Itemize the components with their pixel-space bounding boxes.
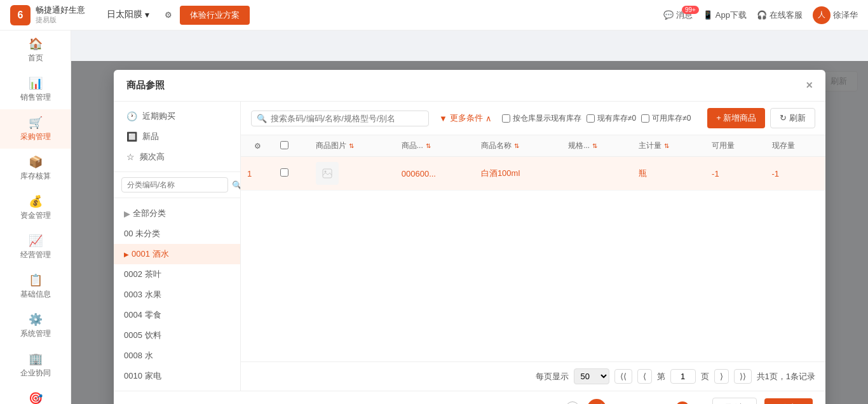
page-label: 页 xyxy=(701,371,709,382)
nav-selector[interactable]: 日太阳膜 ▾ xyxy=(99,0,157,30)
cat-item-0002[interactable]: 0002 茶叶 xyxy=(114,264,240,285)
th-check xyxy=(274,135,309,157)
cat-item-0005[interactable]: 0005 饮料 xyxy=(114,325,240,346)
current-nonzero-checkbox-label[interactable]: 现有库存≠0 xyxy=(587,113,636,124)
cat-item-0001-label: 0001 酒水 xyxy=(132,248,169,260)
confirm-button[interactable]: 确定 xyxy=(764,398,813,404)
pagination-summary: 共1页，1条记录 xyxy=(757,371,815,382)
cart-button[interactable]: 🛒 xyxy=(587,399,606,404)
nav-selector-label: 日太阳膜 xyxy=(107,9,142,20)
add-product-button[interactable]: + 新增商品 xyxy=(707,108,765,128)
modal-overlay: 商品参照 × 🕐 近期购买 🔲 新品 xyxy=(71,61,868,404)
th-spec-sort: 规格... ⇅ xyxy=(568,140,626,151)
sidebar-item-inventory[interactable]: 📦 库存核算 xyxy=(0,149,71,188)
filter-icon: ▼ xyxy=(439,114,447,123)
warehouse-checkbox-text: 按仓库显示现有库存 xyxy=(513,113,581,124)
cat-item-0003[interactable]: 0003 水果 xyxy=(114,285,240,305)
gear-icon: ⚙ xyxy=(254,142,261,151)
page-size-select[interactable]: 20 50 100 xyxy=(574,368,609,384)
th-spec[interactable]: 规格... ⇅ xyxy=(562,135,632,157)
search-icon: 🔍 xyxy=(232,180,241,190)
cat-item-0001[interactable]: ▶ 0001 酒水 xyxy=(114,244,240,264)
th-image-label: 商品图片 xyxy=(316,140,346,151)
sidebar-item-home[interactable]: 🏠 首页 xyxy=(0,30,71,70)
row-code: 000600... xyxy=(395,157,475,191)
user-profile[interactable]: 人 徐泽华 xyxy=(813,6,858,24)
next-page-button[interactable]: ⟩ xyxy=(714,369,729,384)
th-unit[interactable]: 主计量 ⇅ xyxy=(632,135,705,157)
online-service-item[interactable]: 🎧 在线客服 xyxy=(757,10,803,21)
sales-icon: 📊 xyxy=(29,76,43,90)
th-settings[interactable]: ⚙ xyxy=(241,135,274,157)
cat-arrow-0001: ▶ xyxy=(124,251,129,258)
selected-count-badge: 0 xyxy=(675,401,689,404)
category-search-input[interactable] xyxy=(121,177,228,192)
sidebar-item-finance[interactable]: 💰 资金管理 xyxy=(0,188,71,227)
footer-right: ? 🛒 连续选择的商品 0 ∧ 取消 确定 xyxy=(566,398,813,404)
cancel-button[interactable]: 取消 xyxy=(712,398,757,404)
filter-caret-icon: ∧ xyxy=(485,114,492,123)
sidebar-item-purchase[interactable]: 🛒 采购管理 xyxy=(0,109,71,149)
th-name[interactable]: 商品名称 ⇅ xyxy=(475,135,562,157)
refresh-button[interactable]: ↻ 刷新 xyxy=(770,108,815,128)
quick-item-frequent[interactable]: ☆ 频次高 xyxy=(121,147,233,166)
app-download-label: App下载 xyxy=(715,10,747,21)
row-check[interactable] xyxy=(274,157,309,191)
settings-icon[interactable]: ⚙ xyxy=(157,10,180,20)
cat-item-00-label: 00 未分类 xyxy=(124,228,160,239)
cat-item-0004-label: 0004 零食 xyxy=(124,309,161,321)
th-code[interactable]: 商品... ⇅ xyxy=(395,135,475,157)
sidebar-item-operations-label: 经营管理 xyxy=(20,250,51,260)
logo-icon: 6 xyxy=(10,5,31,25)
first-page-button[interactable]: ⟨⟨ xyxy=(614,369,632,384)
quick-item-new[interactable]: 🔲 新品 xyxy=(121,127,233,146)
sidebar-item-guide[interactable]: 🎯 新手引导 xyxy=(0,385,71,404)
cat-item-0010[interactable]: 0010 家电 xyxy=(114,366,240,386)
sort-code-icon: ⇅ xyxy=(426,142,431,149)
message-icon: 💬 xyxy=(663,10,674,20)
main-content: 查询 设置 刷新 商品参照 × 🕐 近期购买 xyxy=(71,61,868,404)
th-image[interactable]: 商品图片 ⇅ xyxy=(309,135,395,157)
cat-item-0008[interactable]: 0008 水 xyxy=(114,346,240,366)
row-available: -1 xyxy=(705,157,765,191)
available-nonzero-checkbox[interactable] xyxy=(641,114,649,123)
th-unit-sort: 主计量 ⇅ xyxy=(639,140,699,151)
modal-body: 🕐 近期购买 🔲 新品 ☆ 频次高 xyxy=(114,102,825,391)
sidebar-item-sales[interactable]: 📊 销售管理 xyxy=(0,70,71,109)
sidebar-item-inventory-label: 库存核算 xyxy=(20,171,51,182)
last-page-button[interactable]: ⟩⟩ xyxy=(734,369,752,384)
filter-button[interactable]: ▼ 更多条件 ∧ xyxy=(434,110,497,126)
headset-icon: 🎧 xyxy=(757,10,767,20)
product-image-placeholder xyxy=(316,162,339,185)
sort-image-icon: ⇅ xyxy=(349,142,354,149)
warehouse-checkbox[interactable] xyxy=(502,114,510,123)
cat-item-all[interactable]: ▶ 全部分类 xyxy=(114,203,240,224)
sidebar-item-purchase-label: 采购管理 xyxy=(20,131,51,142)
table-row[interactable]: 1 xyxy=(241,157,825,191)
trial-button[interactable]: 体验行业方案 xyxy=(180,6,250,25)
right-panel: 🔍 ▼ 更多条件 ∧ 按仓库显示现有库存 xyxy=(241,102,825,391)
top-right: 💬 消息 99+ 📱 App下载 🎧 在线客服 人 徐泽华 xyxy=(663,6,858,24)
available-nonzero-checkbox-label[interactable]: 可用库存≠0 xyxy=(641,113,691,124)
modal-header: 商品参照 × xyxy=(114,70,825,102)
modal-title: 商品参照 xyxy=(126,79,165,91)
prev-page-button[interactable]: ⟨ xyxy=(637,369,652,384)
product-search-input[interactable] xyxy=(271,114,423,123)
current-nonzero-checkbox[interactable] xyxy=(587,114,595,123)
sidebar-item-basic[interactable]: 📋 基础信息 xyxy=(0,267,71,306)
sidebar-item-system[interactable]: ⚙️ 系统管理 xyxy=(0,306,71,346)
app-download-item[interactable]: 📱 App下载 xyxy=(703,10,747,21)
messages-item[interactable]: 💬 消息 99+ xyxy=(663,10,693,21)
quick-item-frequent-label: 频次高 xyxy=(140,151,165,163)
page-number-input[interactable] xyxy=(670,369,696,384)
cat-item-0004[interactable]: 0004 零食 xyxy=(114,305,240,325)
help-button[interactable]: ? xyxy=(566,401,580,404)
select-all-checkbox[interactable] xyxy=(280,141,288,149)
cat-item-00[interactable]: 00 未分类 xyxy=(114,224,240,244)
sidebar-item-operations[interactable]: 📈 经营管理 xyxy=(0,227,71,267)
warehouse-checkbox-label[interactable]: 按仓库显示现有库存 xyxy=(502,113,581,124)
sidebar-item-enterprise[interactable]: 🏢 企业协同 xyxy=(0,346,71,385)
row-checkbox[interactable] xyxy=(280,168,288,177)
modal-close-button[interactable]: × xyxy=(806,79,813,92)
quick-item-recent[interactable]: 🕐 近期购买 xyxy=(121,107,233,126)
